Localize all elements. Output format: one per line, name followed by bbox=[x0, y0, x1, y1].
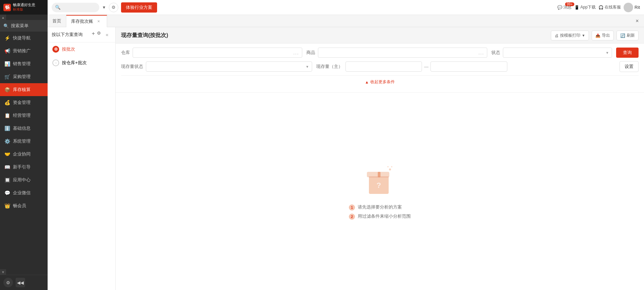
settings-area: 设置 bbox=[511, 61, 639, 72]
refresh-button[interactable]: 🔄 刷新 bbox=[616, 31, 639, 40]
main-body: ? 1 请先选择要分析的方案 2 bbox=[116, 93, 644, 290]
query-button[interactable]: 查询 bbox=[616, 48, 639, 58]
sidebar-item-member[interactable]: 👑 畅会员 bbox=[0, 199, 48, 212]
scheme-warehouse-batch-label: 按仓库+批次 bbox=[62, 60, 87, 66]
customer-service-button[interactable]: 🎧 在线客服 bbox=[598, 4, 621, 10]
goods-input[interactable]: ... bbox=[318, 48, 488, 58]
svg-rect-3 bbox=[369, 176, 389, 178]
app-download-button[interactable]: 📱 App下载 bbox=[574, 4, 596, 10]
sidebar-item-search[interactable]: 🔍 搜索菜单 bbox=[0, 20, 48, 32]
stock-status-select[interactable]: ▼ bbox=[146, 61, 312, 72]
export-button[interactable]: 📤 导出 bbox=[592, 31, 614, 40]
app-download-label: App下载 bbox=[580, 4, 596, 10]
sidebar-item-marketing[interactable]: 📢 营销推广 bbox=[0, 44, 48, 57]
sidebar-item-label: 企业微信 bbox=[13, 190, 31, 196]
app-version: 标准版 bbox=[13, 7, 35, 12]
svg-point-7 bbox=[391, 166, 392, 167]
empty-step-2: 2 用过滤条件来缩小分析范围 bbox=[349, 213, 411, 220]
step-2-text: 用过滤条件来缩小分析范围 bbox=[358, 213, 411, 219]
tabs-bar: 首页 库存批次账 × × bbox=[48, 15, 644, 27]
tabs-right-actions: × bbox=[633, 17, 644, 25]
search-icon: 🔍 bbox=[55, 5, 61, 10]
print-dropdown-icon: ▼ bbox=[582, 34, 585, 37]
stock-qty-min-input[interactable] bbox=[345, 61, 422, 72]
export-icon: 📤 bbox=[595, 33, 600, 38]
wechat-icon: 💬 bbox=[4, 190, 10, 196]
sidebar-item-basic[interactable]: ℹ️ 基础信息 bbox=[0, 122, 48, 135]
sidebar-item-label: 企业协同 bbox=[13, 151, 31, 157]
sidebar-item-label: 应用中心 bbox=[13, 177, 31, 183]
warehouse-input[interactable]: ... bbox=[133, 48, 302, 58]
step-1-text: 请先选择要分析的方案 bbox=[358, 204, 402, 210]
tab-inventory-batch[interactable]: 库存批次账 × bbox=[66, 15, 107, 27]
sidebar-item-wechat[interactable]: 💬 企业微信 bbox=[0, 186, 48, 199]
sidebar-settings-button[interactable]: ⚙ bbox=[3, 278, 13, 287]
message-button[interactable]: 💬 消息 99+ bbox=[557, 4, 572, 10]
sidebar-collapse-button[interactable]: ◀◀ bbox=[16, 278, 25, 287]
sidebar-nav: 🔍 搜索菜单 ⚡ 快捷导航 📢 营销推广 📊 销售管理 🛒 采购管理 📦 库存核… bbox=[0, 20, 48, 269]
print-button[interactable]: 🖨 按模板打印 ▼ bbox=[551, 31, 589, 40]
sidebar-item-guide[interactable]: 📖 新手引导 bbox=[0, 161, 48, 174]
sidebar-item-system[interactable]: ⚙️ 系统管理 bbox=[0, 135, 48, 148]
sidebar-scroll-down[interactable]: ▼ bbox=[0, 269, 6, 275]
tab-home-label: 首页 bbox=[52, 18, 61, 24]
filter-row-2: 现存量状态 ▼ 现存量（主） — bbox=[121, 61, 639, 72]
sidebar-item-label: 系统管理 bbox=[13, 138, 31, 144]
sidebar-item-sales[interactable]: 📊 销售管理 bbox=[0, 57, 48, 70]
tab-close-button[interactable]: × bbox=[95, 18, 102, 25]
filter-status: 状态 ▼ bbox=[491, 48, 612, 58]
topbar-search-box[interactable]: 🔍 bbox=[52, 3, 99, 12]
stock-qty-range: — bbox=[345, 61, 507, 72]
tab-home[interactable]: 首页 bbox=[48, 15, 66, 27]
status-label: 状态 bbox=[491, 50, 500, 56]
print-label: 按模板打印 bbox=[560, 33, 580, 38]
inventory-icon: 📦 bbox=[4, 87, 10, 93]
scheme-item-batch[interactable]: ⚙ 按批次 bbox=[48, 42, 115, 56]
basic-icon: ℹ️ bbox=[4, 125, 10, 131]
try-industry-button[interactable]: 体验行业方案 bbox=[121, 2, 157, 13]
refresh-icon: 🔄 bbox=[620, 33, 625, 38]
scheme-settings-button[interactable]: ⚙ bbox=[97, 31, 101, 39]
sidebar-item-quick-nav[interactable]: ⚡ 快捷导航 bbox=[0, 32, 48, 44]
sidebar-scroll-up[interactable]: ▲ bbox=[0, 15, 6, 20]
scheme-item-warehouse-batch[interactable]: ○ 按仓库+批次 bbox=[48, 56, 115, 70]
guide-icon: 📖 bbox=[4, 164, 10, 170]
sidebar-item-enterprise[interactable]: 🤝 企业协同 bbox=[0, 148, 48, 161]
sales-icon: 📊 bbox=[4, 61, 10, 67]
sidebar-item-label: 销售管理 bbox=[13, 61, 31, 67]
collapse-filter-label: 收起更多条件 bbox=[370, 79, 395, 85]
apps-icon: 🔲 bbox=[4, 177, 10, 183]
status-select[interactable]: ▼ bbox=[503, 48, 612, 58]
sidebar-search-label: 搜索菜单 bbox=[11, 23, 29, 29]
add-scheme-button[interactable]: + bbox=[92, 31, 95, 39]
empty-step-1: 1 请先选择要分析的方案 bbox=[349, 204, 411, 211]
collapse-up-icon: ▲ bbox=[365, 80, 369, 85]
right-panel: 现存量查询(按批次) 🖨 按模板打印 ▼ 📤 导出 🔄 刷新 bbox=[116, 27, 644, 290]
sidebar-item-apps[interactable]: 🔲 应用中心 bbox=[0, 174, 48, 186]
close-all-tabs-button[interactable]: × bbox=[633, 17, 641, 25]
page-header: 现存量查询(按批次) 🖨 按模板打印 ▼ 📤 导出 🔄 刷新 bbox=[116, 27, 644, 43]
settings-button[interactable]: 设置 bbox=[620, 61, 639, 72]
sidebar-item-label: 畅会员 bbox=[13, 203, 26, 209]
svg-point-6 bbox=[387, 166, 389, 167]
topbar-gear-button[interactable]: ⚙ bbox=[109, 3, 118, 12]
tab-inventory-batch-label: 库存批次账 bbox=[71, 18, 93, 24]
stock-status-chevron-icon: ▼ bbox=[306, 65, 309, 69]
filter-area: 仓库 ... 商品 ... bbox=[116, 43, 644, 93]
sidebar-item-inventory[interactable]: 📦 库存核算 bbox=[0, 83, 48, 96]
scheme-batch-icon: ⚙ bbox=[52, 46, 59, 53]
sidebar-item-finance[interactable]: 💰 资金管理 bbox=[0, 96, 48, 109]
stock-qty-max-input[interactable] bbox=[430, 61, 507, 72]
filter-stock-qty: 现存量（主） — bbox=[316, 61, 507, 72]
topbar: 🔍 ▼ ⚙ 体验行业方案 💬 消息 99+ 📱 App下载 🎧 在线客服 Rit bbox=[48, 0, 644, 15]
message-icon: 💬 bbox=[557, 5, 562, 10]
user-avatar-area[interactable]: Rit bbox=[624, 3, 640, 12]
panel-collapse-button[interactable]: « bbox=[103, 31, 111, 39]
sidebar-item-ops[interactable]: 📋 经营管理 bbox=[0, 109, 48, 122]
topbar-dropdown[interactable]: ▼ bbox=[102, 5, 106, 10]
sidebar-item-label: 新手引导 bbox=[13, 164, 31, 170]
main-area: 🔍 ▼ ⚙ 体验行业方案 💬 消息 99+ 📱 App下载 🎧 在线客服 Rit bbox=[48, 0, 644, 290]
scheme-batch-label: 按批次 bbox=[62, 46, 75, 52]
sidebar-item-purchase[interactable]: 🛒 采购管理 bbox=[0, 70, 48, 83]
collapse-filter-button[interactable]: ▲ 收起更多条件 bbox=[365, 78, 395, 86]
